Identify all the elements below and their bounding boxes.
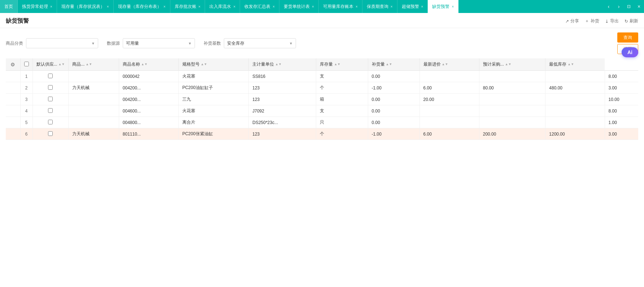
row-latest-price-5: 200.00 — [479, 128, 545, 140]
nav-tab-5[interactable]: 出入库流水 × — [205, 0, 240, 13]
row-num-3: 4 — [20, 105, 32, 117]
row-code-0: 0000042 — [119, 71, 178, 82]
nav-tab-11[interactable]: 缺货预警 × — [428, 0, 458, 13]
export-icon: ⤓ — [605, 19, 609, 24]
th-min-stock[interactable]: 最低库存 ▲▼ — [545, 58, 605, 71]
row-unit-5: 个 — [316, 128, 368, 140]
row-gear-2 — [6, 94, 20, 105]
ai-button[interactable]: Ai — [622, 47, 638, 57]
row-estimated-4 — [545, 117, 605, 128]
nav-tab-2[interactable]: 现存量（库存状况表） × — [57, 0, 114, 13]
row-unit-4: 只 — [316, 117, 368, 128]
th-spec[interactable]: 规格型号 ▲▼ — [178, 58, 248, 71]
row-replenish-qty-0 — [419, 71, 479, 82]
th-goods-name[interactable]: 商品名称 ▲▼ — [119, 58, 178, 71]
replenish-base-value: 安全库存 — [227, 40, 289, 47]
row-code-1: 004200... — [119, 82, 178, 94]
nav-tab-3[interactable]: 现存量（库存分布表） × — [114, 0, 170, 13]
export-button[interactable]: ⤓ 导出 — [605, 18, 619, 24]
nav-tab-6-close[interactable]: × — [273, 5, 275, 9]
nav-tab-10-close[interactable]: × — [421, 5, 423, 9]
th-latest-price[interactable]: 最新进价 ▲▼ — [419, 58, 479, 71]
row-min-stock-2: 10.00 — [605, 94, 638, 105]
nav-arrows: ‹ › ⊡ × — [604, 0, 644, 13]
row-unit-3: 支 — [316, 105, 368, 117]
category-select[interactable]: ▼ — [26, 38, 98, 48]
th-stock[interactable]: 库存量 ▲▼ — [316, 58, 368, 71]
row-name-1: PC200油缸缸子 — [178, 82, 248, 94]
nav-prev-arrow[interactable]: ‹ — [604, 0, 614, 13]
select-all-checkbox[interactable] — [24, 62, 29, 66]
nav-tab-7[interactable]: 要货单统计表 × — [279, 0, 319, 13]
table-row: 2 力天机械 004200... PC200油缸缸子 123 个 -1.00 6… — [6, 82, 638, 94]
row-checkbox-4[interactable] — [48, 120, 53, 124]
nav-tab-1[interactable]: 拣货异常处理 × — [18, 0, 57, 13]
gear-settings-icon[interactable]: ⚙ — [10, 62, 15, 67]
row-checkbox-1[interactable] — [48, 85, 53, 90]
table-container: ⚙ 默认供应... ▲▼ 商品... ▲▼ — [0, 58, 644, 140]
th-unit[interactable]: 主计量单位 ▲▼ — [249, 58, 316, 71]
replenish-base-select[interactable]: 安全库存 ▼ — [224, 38, 296, 48]
th-estimated-purchase[interactable]: 预计采购... ▲▼ — [479, 58, 545, 71]
page-content: 缺货预警 ↗ 分享 ＋ 补货 ⤓ 导出 ↻ 刷新 商品分类 — [0, 13, 644, 287]
nav-next-arrow[interactable]: › — [614, 0, 624, 13]
nav-tab-9-close[interactable]: × — [391, 5, 393, 9]
sort-icon-min-stock: ▲▼ — [567, 63, 574, 66]
nav-tab-6[interactable]: 收发存汇总表 × — [240, 0, 279, 13]
nav-tab-8[interactable]: 可用量库存账本 × — [319, 0, 362, 13]
row-latest-price-2 — [479, 94, 545, 105]
nav-tab-8-close[interactable]: × — [356, 5, 358, 9]
replenish-base-filter-group: 补货基数 安全库存 ▼ — [204, 38, 296, 48]
row-checkbox-2[interactable] — [48, 97, 53, 101]
row-name-3: 火花塞 — [178, 105, 248, 117]
nav-tab-3-close[interactable]: × — [164, 5, 166, 9]
header-actions: ↗ 分享 ＋ 补货 ⤓ 导出 ↻ 刷新 — [565, 18, 638, 24]
nav-tab-home[interactable]: 首页 — [0, 0, 18, 13]
row-gear-3 — [6, 105, 20, 117]
th-default-supplier[interactable]: 默认供应... ▲▼ — [32, 58, 69, 71]
nav-tab-7-close[interactable]: × — [312, 5, 314, 9]
replenish-icon: ＋ — [585, 18, 589, 24]
share-button[interactable]: ↗ 分享 — [565, 18, 579, 24]
nav-tab-2-label: 现存量（库存状况表） — [61, 4, 105, 10]
nav-close-btn[interactable]: × — [634, 0, 644, 13]
nav-tab-2-close[interactable]: × — [107, 5, 109, 9]
replenish-button[interactable]: ＋ 补货 — [585, 18, 599, 24]
datasource-select-value: 可用量 — [126, 40, 188, 47]
th-goods-code[interactable]: 商品... ▲▼ — [69, 58, 119, 71]
row-checkbox-0[interactable] — [48, 74, 53, 78]
row-stock-0: 0.00 — [368, 71, 419, 82]
sort-icon-code: ▲▼ — [86, 63, 92, 66]
row-checkbox-3[interactable] — [48, 108, 53, 113]
row-checkbox-5[interactable] — [48, 131, 53, 136]
row-checkbox-cell-3 — [32, 105, 69, 117]
refresh-button[interactable]: ↻ 刷新 — [625, 18, 638, 24]
row-num-5: 6 — [20, 128, 32, 140]
row-code-2: 004200... — [119, 94, 178, 105]
nav-tab-10[interactable]: 超储预警 × — [397, 0, 428, 13]
nav-tab-4[interactable]: 库存批次账 × — [170, 0, 205, 13]
row-code-3: 004600... — [119, 105, 178, 117]
th-replenish-qty[interactable]: 补货量 ▲▼ — [368, 58, 419, 71]
sort-icon-price: ▲▼ — [442, 63, 448, 66]
datasource-filter-group: 数据源 可用量 ▼ — [107, 38, 195, 48]
row-stock-3: 0.00 — [368, 105, 419, 117]
row-code-4: 004800... — [119, 117, 178, 128]
nav-restore-btn[interactable]: ⊡ — [624, 0, 634, 13]
nav-tab-11-close[interactable]: × — [452, 5, 454, 9]
table-body: 1 0000042 火花塞 SS816 支 0.00 8.00 2 力天机械 0… — [6, 71, 638, 140]
nav-tab-5-close[interactable]: × — [233, 5, 235, 9]
nav-tab-9[interactable]: 保质期查询 × — [362, 0, 397, 13]
row-name-0: 火花塞 — [178, 71, 248, 82]
row-replenish-qty-1: 6.00 — [419, 82, 479, 94]
nav-tab-1-close[interactable]: × — [50, 5, 52, 9]
table-header-row: ⚙ 默认供应... ▲▼ 商品... ▲▼ — [6, 58, 638, 71]
row-checkbox-cell-0 — [32, 71, 69, 82]
query-button[interactable]: 查询 — [617, 32, 638, 43]
row-spec-0: SS816 — [249, 71, 316, 82]
row-num-1: 2 — [20, 82, 32, 94]
datasource-select[interactable]: 可用量 ▼ — [123, 38, 195, 48]
nav-tab-7-label: 要货单统计表 — [284, 4, 310, 10]
row-num-2: 3 — [20, 94, 32, 105]
nav-tab-4-close[interactable]: × — [199, 5, 201, 9]
